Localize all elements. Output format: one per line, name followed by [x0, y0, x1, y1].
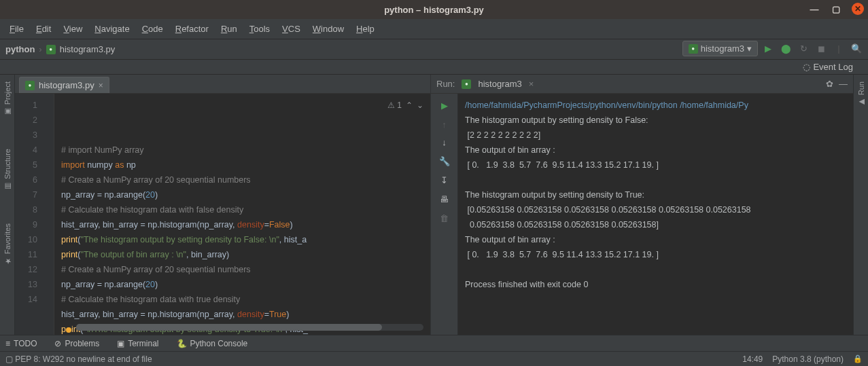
scroll-to-end-icon[interactable]: ↧: [436, 172, 453, 187]
horizontal-scrollbar[interactable]: [76, 324, 423, 331]
menu-view[interactable]: View: [58, 21, 88, 37]
run-tab-label[interactable]: histogram3: [478, 79, 521, 89]
status-icon[interactable]: ▢: [5, 354, 13, 364]
bottom-tool-python-console[interactable]: 🐍Python Console: [177, 339, 248, 348]
breadcrumb: python › ● histogram3.py: [5, 44, 115, 54]
tool-tab-favorites[interactable]: ★ Favorites: [3, 221, 12, 268]
lock-icon[interactable]: 🔒: [853, 354, 863, 363]
coverage-button[interactable]: ↻: [796, 41, 811, 56]
menu-run[interactable]: Run: [215, 21, 243, 37]
print-icon[interactable]: 🖶: [436, 191, 453, 206]
run-tool-window: Run: ● histogram3 × ✿ — ▶ ↑ ↓ 🔧 ↧ 🖶 🗑 /h…: [430, 75, 853, 335]
python-file-icon: ●: [25, 81, 35, 90]
menubar: FileEditViewNavigateCodeRefactorRunTools…: [0, 19, 868, 39]
speech-bubble-icon: ◌: [803, 62, 810, 72]
tool-tab-structure[interactable]: ▤ Structure: [3, 146, 12, 194]
menu-window[interactable]: Window: [307, 21, 349, 37]
inspection-widget[interactable]: ⚠ 1 ⌃ ⌄: [387, 98, 423, 113]
search-everywhere-icon[interactable]: 🔍: [849, 41, 864, 56]
window-minimize-icon[interactable]: —: [808, 4, 820, 14]
bottom-tool-todo[interactable]: ≡TODO: [5, 339, 37, 348]
settings-icon[interactable]: 🔧: [436, 153, 453, 168]
menu-navigate[interactable]: Navigate: [89, 21, 135, 37]
code-area[interactable]: # import NumPy arrayimport numpy as np# …: [54, 94, 430, 335]
menu-edit[interactable]: Edit: [31, 21, 56, 37]
status-message: PEP 8: W292 no newline at end of file: [15, 354, 152, 364]
tool-tab-project[interactable]: ▣ Project: [3, 79, 12, 119]
chevron-up-icon[interactable]: ⌃: [406, 98, 413, 113]
menu-code[interactable]: Code: [137, 21, 169, 37]
step-down-icon[interactable]: ↓: [436, 134, 453, 149]
step-up-icon[interactable]: ↑: [436, 117, 453, 132]
menu-vcs[interactable]: VCS: [277, 21, 306, 37]
event-log-row: ◌ Event Log: [0, 60, 868, 75]
minimize-icon[interactable]: —: [839, 79, 848, 89]
run-button[interactable]: ▶: [761, 41, 776, 56]
python-file-icon: ●: [46, 45, 56, 54]
divider: |: [831, 41, 846, 56]
run-config-select[interactable]: ● histogram3 ▾: [682, 41, 758, 56]
navbar: python › ● histogram3.py ● histogram3 ▾ …: [0, 39, 868, 60]
menu-file[interactable]: File: [4, 21, 29, 37]
rerun-button[interactable]: ▶: [436, 98, 453, 113]
editor-tab-label: histogram3.py: [39, 80, 94, 90]
chevron-down-icon: ▾: [747, 43, 752, 54]
debug-button[interactable]: ⬤: [778, 41, 793, 56]
window-title: python – histogram3.py: [384, 5, 484, 15]
bottom-tool-problems[interactable]: ⊘Problems: [54, 339, 99, 348]
gutter: 1234567891011121314: [15, 94, 54, 335]
python-file-icon: ●: [462, 79, 471, 89]
status-bar: ▢ PEP 8: W292 no newline at end of file …: [0, 351, 868, 366]
python-file-icon: ●: [689, 44, 698, 54]
left-side-tabs: ▣ Project▤ Structure★ Favorites: [0, 75, 15, 335]
right-side-tabs: ▶ Run: [853, 75, 868, 335]
menu-refactor[interactable]: Refactor: [170, 21, 214, 37]
stop-button[interactable]: ◼: [814, 41, 829, 56]
chevron-down-icon[interactable]: ⌄: [417, 98, 423, 113]
console-output[interactable]: /home/fahmida/PycharmProjects/python/ven…: [458, 94, 853, 335]
status-interpreter[interactable]: Python 3.8 (python): [772, 354, 844, 364]
close-tab-icon[interactable]: ×: [529, 79, 534, 89]
trash-icon[interactable]: 🗑: [436, 211, 453, 225]
run-tool-tab[interactable]: ▶ Run: [856, 79, 865, 109]
breadcrumb-root[interactable]: python: [5, 44, 35, 54]
run-icon: ▶: [856, 98, 865, 107]
run-config-label: histogram3: [701, 43, 744, 54]
window-maximize-icon[interactable]: ▢: [830, 4, 842, 14]
editor-pane: ● histogram3.py × 1234567891011121314 # …: [15, 75, 430, 335]
menu-tools[interactable]: Tools: [244, 21, 275, 37]
editor-tabs: ● histogram3.py ×: [15, 75, 430, 94]
editor-tab[interactable]: ● histogram3.py ×: [19, 77, 109, 93]
gear-icon[interactable]: ✿: [826, 79, 833, 89]
status-time: 14:49: [742, 354, 763, 364]
breadcrumb-file[interactable]: histogram3.py: [60, 44, 116, 54]
window-close-icon[interactable]: ✕: [852, 3, 864, 15]
event-log-button[interactable]: ◌ Event Log: [803, 62, 853, 72]
bottom-tool-strip: ≡TODO⊘Problems▣Terminal🐍Python Console: [0, 335, 868, 351]
close-tab-icon[interactable]: ×: [99, 81, 103, 90]
titlebar: python – histogram3.py — ▢ ✕: [0, 0, 868, 19]
bottom-tool-terminal[interactable]: ▣Terminal: [117, 339, 158, 348]
run-title: Run:: [436, 79, 455, 89]
run-sidebar: ▶ ↑ ↓ 🔧 ↧ 🖶 🗑: [431, 94, 458, 335]
menu-help[interactable]: Help: [351, 21, 380, 37]
